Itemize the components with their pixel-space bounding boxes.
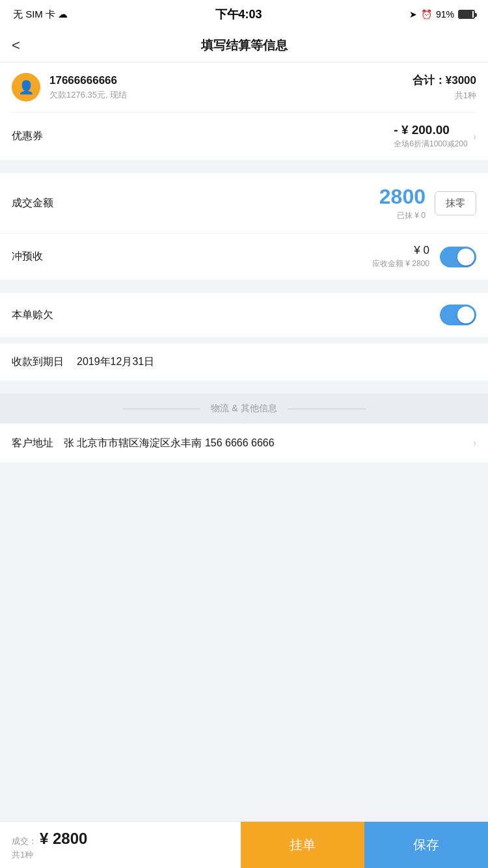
no-sim-text: 无 SIM 卡 ☁ xyxy=(13,8,68,21)
debt-toggle[interactable] xyxy=(440,305,476,325)
customer-left: 👤 17666666666 欠款1276.35元, 现结 xyxy=(12,73,127,102)
battery-icon xyxy=(458,10,475,19)
alarm-icon: ⏰ xyxy=(421,9,432,20)
prepay-row: 冲预收 ¥ 0 应收金额 ¥ 2800 xyxy=(0,233,488,280)
prepay-amount-block: ¥ 0 应收金额 ¥ 2800 xyxy=(372,244,429,269)
customer-sub: 欠款1276.35元, 现结 xyxy=(49,89,127,101)
section-header-line-left xyxy=(122,409,200,409)
address-chevron-icon: › xyxy=(473,437,476,449)
deal-card: 成交金额 2800 已抹 ¥ 0 抹零 冲预收 ¥ 0 应收金额 ¥ 2800 xyxy=(0,173,488,280)
footer-amount: ¥ 2800 xyxy=(40,830,87,848)
footer-info: 成交： ¥ 2800 共1种 xyxy=(0,830,241,861)
prepay-sub: 应收金额 ¥ 2800 xyxy=(372,258,429,269)
coupon-row[interactable]: 优惠券 - ¥ 200.00 全场6折满1000减200 › xyxy=(0,113,488,160)
hang-button[interactable]: 挂单 xyxy=(241,822,364,869)
customer-info: 17666666666 欠款1276.35元, 现结 xyxy=(49,74,127,101)
due-date-value: 2019年12月31日 xyxy=(77,355,154,369)
deal-amount-row: 成交金额 2800 已抹 ¥ 0 抹零 xyxy=(0,173,488,233)
status-right: ➤ ⏰ 91% xyxy=(409,9,475,20)
footer: 成交： ¥ 2800 共1种 挂单 保存 xyxy=(0,821,488,868)
due-date-row: 收款到期日 2019年12月31日 xyxy=(0,344,488,381)
avatar: 👤 xyxy=(12,73,40,102)
total-amount: 合计：¥3000 xyxy=(413,73,476,88)
deal-right: 2800 已抹 ¥ 0 抹零 xyxy=(379,185,476,221)
coupon-chevron-icon: › xyxy=(473,131,476,142)
section-header-line-right xyxy=(288,409,366,409)
coupon-label: 优惠券 xyxy=(12,129,43,143)
status-left: 无 SIM 卡 ☁ xyxy=(13,8,68,21)
footer-deal-line: 成交： ¥ 2800 xyxy=(12,830,229,848)
coupon-desc: 全场6折满1000减200 xyxy=(394,139,467,150)
footer-deal-label: 成交： xyxy=(12,835,37,847)
coupon-value-block: - ¥ 200.00 全场6折满1000减200 xyxy=(394,123,467,150)
total-sub: 共1种 xyxy=(413,90,476,102)
page-title: 填写结算等信息 xyxy=(201,37,288,54)
avatar-icon: 👤 xyxy=(18,79,34,95)
debt-toggle-knob xyxy=(457,306,474,323)
save-button[interactable]: 保存 xyxy=(364,822,488,869)
debt-label: 本单赊欠 xyxy=(12,308,53,322)
deal-amount-block: 2800 已抹 ¥ 0 xyxy=(379,185,426,221)
back-button[interactable]: < xyxy=(12,37,20,54)
deal-amount-sub: 已抹 ¥ 0 xyxy=(379,210,426,221)
customer-right: 合计：¥3000 共1种 xyxy=(413,73,476,102)
deal-amount-label: 成交金额 xyxy=(12,197,53,210)
nav-bar: < 填写结算等信息 xyxy=(0,29,488,62)
bottom-spacer xyxy=(0,463,488,515)
customer-card: 👤 17666666666 欠款1276.35元, 现结 合计：¥3000 共1… xyxy=(0,62,488,160)
address-value: 张 北京市市辖区海淀区永丰南 156 6666 6666 xyxy=(64,435,467,451)
address-row[interactable]: 客户地址 张 北京市市辖区海淀区永丰南 156 6666 6666 › xyxy=(0,424,488,463)
content-area: 👤 17666666666 欠款1276.35元, 现结 合计：¥3000 共1… xyxy=(0,62,488,515)
prepay-toggle[interactable] xyxy=(440,247,476,267)
prepay-label: 冲预收 xyxy=(12,250,43,264)
prepay-amount: ¥ 0 xyxy=(372,244,429,257)
debt-row: 本单赊欠 xyxy=(0,293,488,337)
battery-text: 91% xyxy=(436,9,454,20)
coupon-right: - ¥ 200.00 全场6折满1000减200 › xyxy=(394,123,476,150)
deal-amount-value: 2800 xyxy=(379,185,426,209)
toggle-knob xyxy=(457,249,474,265)
footer-count: 共1种 xyxy=(12,849,229,861)
status-time: 下午4:03 xyxy=(215,7,262,22)
navigation-icon: ➤ xyxy=(409,9,417,20)
coupon-amount: - ¥ 200.00 xyxy=(394,123,467,137)
section-header: 物流 & 其他信息 xyxy=(0,394,488,424)
due-date-label: 收款到期日 xyxy=(12,355,64,369)
status-bar: 无 SIM 卡 ☁ 下午4:03 ➤ ⏰ 91% xyxy=(0,0,488,29)
prepay-right: ¥ 0 应收金额 ¥ 2800 xyxy=(372,244,476,269)
customer-row: 👤 17666666666 欠款1276.35元, 现结 合计：¥3000 共1… xyxy=(0,62,488,112)
round-off-button[interactable]: 抹零 xyxy=(435,191,476,215)
section-header-text: 物流 & 其他信息 xyxy=(211,403,277,414)
address-label: 客户地址 xyxy=(12,437,57,450)
customer-phone: 17666666666 xyxy=(49,74,127,87)
gray-divider-1 xyxy=(0,167,488,173)
gray-divider-2 xyxy=(0,286,488,293)
gray-divider-3 xyxy=(0,387,488,394)
